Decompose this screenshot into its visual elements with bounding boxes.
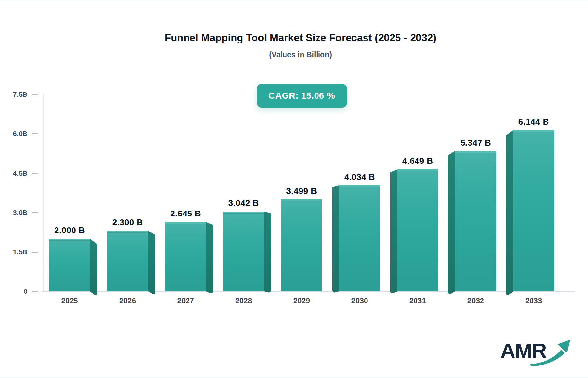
bar-2026[interactable] — [107, 231, 148, 291]
y-axis-line — [43, 94, 44, 292]
bar-side-shade — [206, 222, 213, 294]
y-tick-dash — [32, 291, 38, 292]
bar-2032[interactable] — [455, 151, 496, 291]
bar-value-label: 4.649 B — [402, 156, 433, 166]
x-tick-label-2033: 2033 — [525, 297, 542, 305]
bar-value-label: 2.300 B — [112, 217, 143, 228]
bar-side-shade — [148, 231, 155, 295]
bar-2029[interactable] — [281, 199, 322, 291]
y-tick-label: 6.0B — [1, 129, 27, 138]
y-tick-label: 3.0B — [1, 208, 27, 217]
growth-arrow-icon — [529, 339, 575, 367]
bar-side-shade — [264, 212, 271, 293]
x-tick-label-2029: 2029 — [293, 297, 310, 305]
bar-side-shade — [332, 185, 339, 293]
bar-side-shade — [448, 151, 455, 296]
y-tick-dash — [32, 94, 38, 95]
bar-2025[interactable] — [49, 239, 90, 291]
x-tick-label-2027: 2027 — [177, 297, 194, 305]
y-tick-label: 7.5B — [1, 90, 27, 99]
bar-2033[interactable] — [513, 130, 554, 291]
cagr-badge: CAGR: 15.06 % — [257, 84, 347, 108]
amr-logo: AMR — [500, 338, 576, 368]
y-tick-dash — [32, 173, 38, 174]
bar-side-shade — [90, 239, 97, 297]
bar-side-shade — [506, 130, 513, 297]
y-tick-label: 4.5B — [1, 169, 27, 178]
bar-value-label: 2.000 B — [54, 225, 85, 235]
bar-value-label: 3.499 B — [286, 186, 317, 196]
y-tick-dash — [32, 212, 38, 213]
y-tick-label: 0 — [1, 287, 27, 296]
chart-page: Funnel Mapping Tool Market Size Forecast… — [0, 0, 588, 378]
page-subtitle: (Values in Billion) — [269, 50, 332, 59]
page-title: Funnel Mapping Tool Market Size Forecast… — [165, 32, 436, 44]
y-tick-dash — [32, 133, 38, 134]
bar-2031[interactable] — [397, 169, 438, 291]
bar-value-label: 6.144 B — [518, 117, 549, 127]
x-tick-label-2026: 2026 — [119, 297, 136, 305]
y-tick-label: 1.5B — [1, 248, 27, 257]
bar-value-label: 5.347 B — [460, 138, 491, 148]
x-tick-label-2030: 2030 — [351, 297, 368, 305]
x-tick-label-2028: 2028 — [235, 297, 252, 305]
bar-2030[interactable] — [339, 185, 380, 291]
bar-value-label: 4.034 B — [344, 172, 375, 182]
y-tick-dash — [32, 252, 38, 253]
bar-2027[interactable] — [165, 222, 206, 291]
x-tick-label-2025: 2025 — [61, 297, 78, 305]
bar-value-label: 3.042 B — [228, 198, 259, 208]
bar-2028[interactable] — [223, 212, 264, 291]
x-tick-label-2032: 2032 — [467, 297, 484, 305]
bar-value-label: 2.645 B — [170, 209, 201, 219]
bar-side-shade — [390, 169, 397, 294]
x-tick-label-2031: 2031 — [409, 297, 426, 305]
